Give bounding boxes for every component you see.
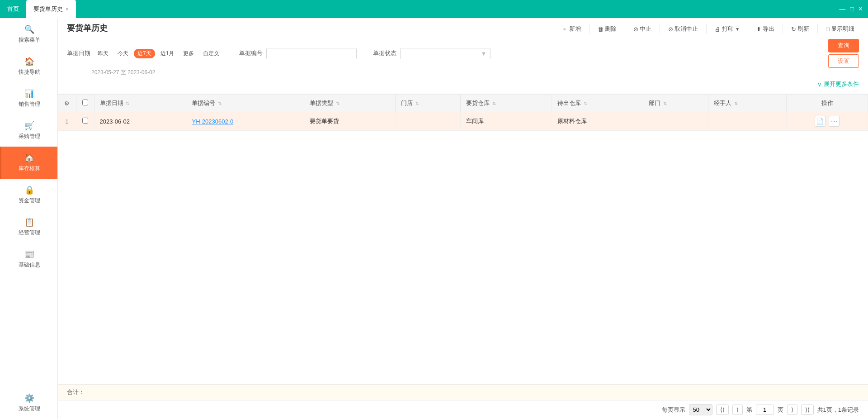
tab-home[interactable]: 首页 <box>0 0 26 18</box>
first-page-btn[interactable]: ⟨⟨ <box>716 405 729 415</box>
page-size-select[interactable]: 50 10 20 100 <box>689 404 712 415</box>
col-pending-warehouse[interactable]: 待出仓库 ⇅ <box>552 95 643 112</box>
inventory-calc-icon: 🏠 <box>24 153 34 163</box>
page-title: 要货单历史 <box>67 23 108 33</box>
col-settings[interactable]: ⚙ <box>58 95 76 112</box>
shortcut-today[interactable]: 今天 <box>114 49 132 58</box>
date-range-text: 2023-05-27 至 2023-06-02 <box>91 69 155 76</box>
refresh-button[interactable]: ↻ 刷新 <box>787 23 814 35</box>
sidebar-item-sales-mgmt[interactable]: 📊 销售管理 <box>0 82 57 114</box>
tab-order-history-close[interactable]: × <box>66 6 69 12</box>
next-page-btn[interactable]: ⟩ <box>787 405 797 415</box>
sidebar-item-system-mgmt[interactable]: ⚙️ 系统管理 <box>0 387 57 419</box>
order-no-input[interactable] <box>266 48 357 59</box>
sidebar: 🔍 搜索菜单 🏠 快捷导航 📊 销售管理 🛒 采购管理 🏠 库存核算 🔒 资金管… <box>0 18 58 419</box>
summary-bar: 合计： <box>58 384 868 400</box>
sidebar-item-basic-info[interactable]: 📰 基础信息 <box>0 243 57 275</box>
cell-department <box>643 112 708 131</box>
col-store-sort-icon: ⇅ <box>415 101 419 106</box>
tab-order-history[interactable]: 要货单历史 × <box>26 0 76 18</box>
window-controls: — □ × <box>839 5 868 13</box>
sidebar-item-quick-nav[interactable]: 🏠 快捷导航 <box>0 50 57 82</box>
shortcut-1month[interactable]: 近1月 <box>157 49 178 58</box>
print-button[interactable]: 🖨 打印 ▼ <box>710 23 744 35</box>
stop-label: 中止 <box>640 25 651 33</box>
page-size-label: 每页显示 <box>662 406 685 414</box>
sidebar-item-inventory-calc-label: 库存核算 <box>19 165 40 172</box>
sep4 <box>706 24 707 33</box>
cell-operation: 📄 ⋯ <box>787 112 868 131</box>
col-request-warehouse[interactable]: 要货仓库 ⇅ <box>460 95 552 112</box>
sidebar-item-quick-nav-label: 快捷导航 <box>19 68 40 76</box>
cancel-stop-button[interactable]: ⊘ 取消中止 <box>664 23 703 35</box>
sidebar-item-operations-mgmt[interactable]: 📋 经营管理 <box>0 211 57 243</box>
refresh-label: 刷新 <box>797 25 809 33</box>
expand-filter-btn[interactable]: ∨ 展开更多条件 <box>817 80 859 88</box>
shortcut-more[interactable]: 更多 <box>179 49 198 58</box>
last-page-btn[interactable]: ⟩⟩ <box>801 405 814 415</box>
cell-handler <box>708 112 787 131</box>
more-btn[interactable]: ⋯ <box>829 116 840 127</box>
sidebar-item-purchase-mgmt-label: 采购管理 <box>19 133 40 140</box>
order-no-link[interactable]: YH-20230602-0 <box>192 118 233 125</box>
filter-actions: 查询 设置 <box>828 39 859 68</box>
table-area: ⚙ 单据日期 ⇅ 单据编号 ⇅ 单据类型 <box>58 95 868 384</box>
col-order-no-label: 单据编号 <box>192 100 215 106</box>
prev-page-btn[interactable]: ⟨ <box>732 405 743 415</box>
select-all-checkbox[interactable] <box>82 100 88 105</box>
col-handler[interactable]: 经手人 ⇅ <box>708 95 787 112</box>
new-label: 新增 <box>569 25 581 33</box>
col-date[interactable]: 单据日期 ⇅ <box>94 95 186 112</box>
cell-order-no[interactable]: YH-20230602-0 <box>186 112 304 131</box>
new-button[interactable]: ＋ 新增 <box>557 23 585 35</box>
shortcut-7days[interactable]: 近7天 <box>134 49 155 58</box>
settings-button[interactable]: 设置 <box>828 54 859 68</box>
export-label: 导出 <box>763 25 774 33</box>
refresh-icon: ↻ <box>791 26 796 33</box>
sidebar-item-sales-mgmt-label: 销售管理 <box>19 100 40 108</box>
col-department-sort-icon: ⇅ <box>663 101 667 106</box>
col-department-label: 部门 <box>649 100 660 106</box>
operations-mgmt-icon: 📋 <box>24 217 34 227</box>
cell-pending-warehouse: 原材料仓库 <box>552 112 643 131</box>
col-pending-warehouse-sort-icon: ⇅ <box>584 101 587 106</box>
col-store[interactable]: 门店 ⇅ <box>395 95 460 112</box>
sidebar-item-finance-mgmt[interactable]: 🔒 资金管理 <box>0 179 57 211</box>
sidebar-item-operations-mgmt-label: 经营管理 <box>19 229 40 237</box>
print-icon: 🖨 <box>715 26 721 33</box>
summary-label: 合计： <box>67 388 85 396</box>
sidebar-item-inventory-calc[interactable]: 🏠 库存核算 <box>0 147 57 179</box>
stop-button[interactable]: ⊘ 中止 <box>629 23 656 35</box>
col-order-type[interactable]: 单据类型 ⇅ <box>304 95 395 112</box>
sidebar-item-search-menu[interactable]: 🔍 搜索菜单 <box>0 18 57 50</box>
tab-order-history-label: 要货单历史 <box>33 5 63 13</box>
shortcut-yesterday[interactable]: 昨天 <box>94 49 112 58</box>
sidebar-item-purchase-mgmt[interactable]: 🛒 采购管理 <box>0 114 57 147</box>
new-icon: ＋ <box>562 25 568 33</box>
delete-button[interactable]: 🗑 删除 <box>593 23 621 35</box>
col-request-warehouse-label: 要货仓库 <box>466 100 490 106</box>
col-handler-label: 经手人 <box>714 100 731 106</box>
row-checkbox[interactable] <box>82 118 88 124</box>
query-button[interactable]: 查询 <box>828 39 859 52</box>
col-order-no[interactable]: 单据编号 ⇅ <box>186 95 304 112</box>
sidebar-item-finance-mgmt-label: 资金管理 <box>19 197 40 205</box>
basic-info-icon: 📰 <box>24 249 34 259</box>
close-btn[interactable]: × <box>859 5 863 13</box>
page-input[interactable] <box>756 405 774 415</box>
status-select[interactable]: ▼ <box>400 48 491 59</box>
minimize-btn[interactable]: — <box>839 5 845 13</box>
stop-icon: ⊘ <box>633 26 638 33</box>
page-label: 第 <box>746 406 752 414</box>
filter-row1: 单据日期 昨天 今天 近7天 近1月 更多 自定义 单据编号 <box>67 39 859 68</box>
col-department[interactable]: 部门 ⇅ <box>643 95 708 112</box>
view-btn[interactable]: 📄 <box>815 116 826 127</box>
cell-checkbox[interactable] <box>76 112 94 131</box>
cell-store <box>395 112 460 131</box>
search-menu-icon: 🔍 <box>24 24 34 34</box>
status-filter-group: 单据状态 ▼ <box>373 48 491 59</box>
shortcut-custom[interactable]: 自定义 <box>199 49 223 58</box>
export-button[interactable]: ⬆ 导出 <box>752 23 779 35</box>
display-detail-button[interactable]: □ 显示明细 <box>821 23 859 35</box>
maximize-btn[interactable]: □ <box>850 5 854 13</box>
